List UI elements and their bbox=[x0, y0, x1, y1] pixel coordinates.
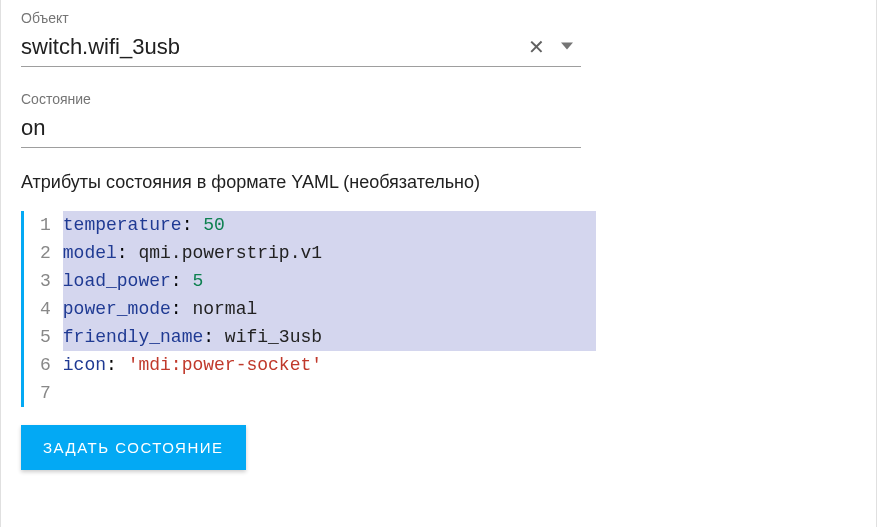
entity-field-group: Объект ✕ bbox=[21, 10, 856, 67]
code-line[interactable]: load_power: 5 bbox=[63, 267, 596, 295]
line-number: 4 bbox=[40, 295, 51, 323]
line-number: 6 bbox=[40, 351, 51, 379]
yaml-editor[interactable]: 1234567 temperature: 50model: qmi.powers… bbox=[21, 211, 596, 407]
line-gutter: 1234567 bbox=[24, 211, 59, 407]
line-number: 1 bbox=[40, 211, 51, 239]
line-number: 7 bbox=[40, 379, 51, 407]
code-line[interactable]: friendly_name: wifi_3usb bbox=[63, 323, 596, 351]
line-number: 3 bbox=[40, 267, 51, 295]
line-number: 2 bbox=[40, 239, 51, 267]
state-input[interactable] bbox=[21, 111, 581, 145]
line-number: 5 bbox=[40, 323, 51, 351]
code-line[interactable] bbox=[63, 379, 596, 407]
attributes-label: Атрибуты состояния в формате YAML (необя… bbox=[21, 172, 856, 193]
entity-label: Объект bbox=[21, 10, 856, 26]
code-content[interactable]: temperature: 50model: qmi.powerstrip.v1l… bbox=[59, 211, 596, 407]
submit-row: ЗАДАТЬ СОСТОЯНИЕ bbox=[21, 425, 856, 470]
code-line[interactable]: icon: 'mdi:power-socket' bbox=[63, 351, 596, 379]
clear-icon[interactable]: ✕ bbox=[520, 33, 553, 61]
entity-input-row: ✕ bbox=[21, 30, 581, 67]
state-field-group: Состояние bbox=[21, 91, 856, 148]
state-label: Состояние bbox=[21, 91, 856, 107]
set-state-button[interactable]: ЗАДАТЬ СОСТОЯНИЕ bbox=[21, 425, 246, 470]
code-line[interactable]: power_mode: normal bbox=[63, 295, 596, 323]
entity-input[interactable] bbox=[21, 30, 520, 64]
code-line[interactable]: model: qmi.powerstrip.v1 bbox=[63, 239, 596, 267]
code-line[interactable]: temperature: 50 bbox=[63, 211, 596, 239]
state-input-row bbox=[21, 111, 581, 148]
chevron-down-icon[interactable] bbox=[553, 36, 581, 59]
